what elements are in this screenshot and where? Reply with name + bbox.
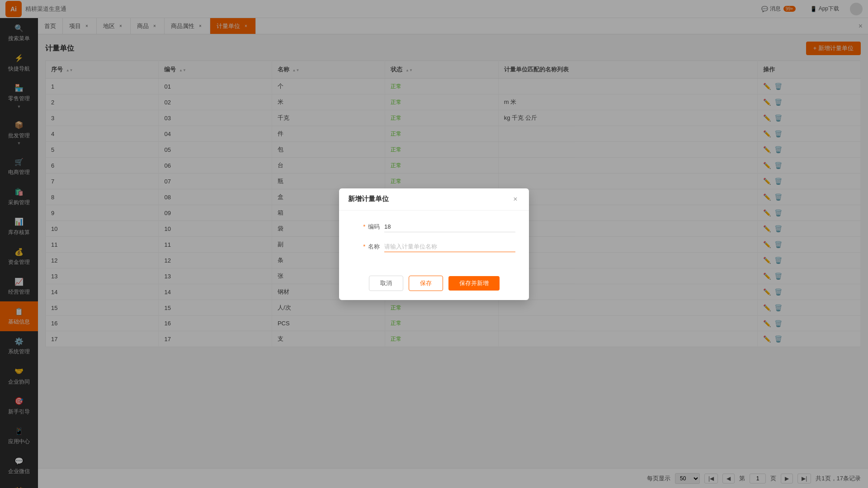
name-required: * xyxy=(363,243,365,250)
code-required: * xyxy=(363,223,365,230)
name-input[interactable] xyxy=(384,241,515,252)
modal-header: 新增计量单位 × xyxy=(339,188,529,211)
form-row-name: * 名称 xyxy=(353,241,515,252)
modal-title: 新增计量单位 xyxy=(348,195,389,203)
save-and-new-button[interactable]: 保存并新增 xyxy=(448,276,500,291)
save-button[interactable]: 保存 xyxy=(409,276,443,291)
modal-footer: 取消 保存 保存并新增 xyxy=(339,270,529,300)
modal-body: * 编码 * 名称 xyxy=(339,211,529,270)
modal-close-button[interactable]: × xyxy=(511,195,520,204)
cancel-button[interactable]: 取消 xyxy=(369,276,403,291)
form-row-code: * 编码 xyxy=(353,221,515,232)
modal-overlay[interactable]: 新增计量单位 × * 编码 * 名称 取消 保存 保存并新增 xyxy=(0,0,868,488)
code-label: * 编码 xyxy=(353,223,380,231)
code-input[interactable] xyxy=(384,221,515,232)
add-unit-modal: 新增计量单位 × * 编码 * 名称 取消 保存 保存并新增 xyxy=(339,188,529,300)
name-label: * 名称 xyxy=(353,243,380,251)
